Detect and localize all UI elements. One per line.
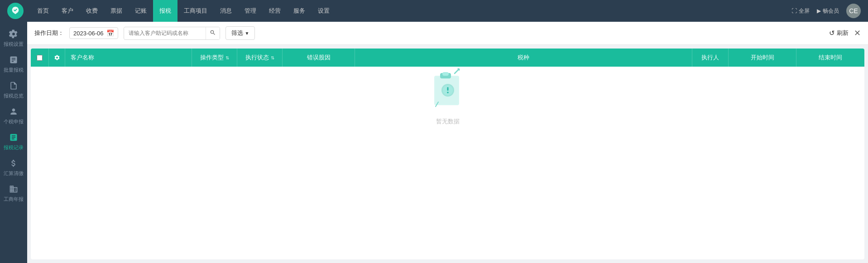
- nav-item-invoice[interactable]: 票据: [104, 0, 129, 22]
- nav-item-settings[interactable]: 设置: [312, 0, 336, 22]
- empty-text: 暂无数据: [436, 117, 460, 126]
- fullscreen-icon: ⛶: [791, 8, 797, 14]
- sidebar-item-personal-tax[interactable]: 个税申报: [0, 103, 27, 129]
- table-header: 客户名称 操作类型 ⇅ 执行状态 ⇅ 错误股因 税种 执行人: [31, 49, 864, 67]
- table-container: 客户名称 操作类型 ⇅ 执行状态 ⇅ 错误股因 税种 执行人: [31, 49, 864, 259]
- content-area: 操作日期： 2023-06-06 📅 筛选 ▼ ↺ 刷新 ✕: [27, 22, 868, 263]
- svg-rect-6: [447, 87, 448, 91]
- sidebar-label-tax-settings: 报税设置: [4, 41, 24, 48]
- personal-tax-icon: [9, 107, 19, 117]
- sidebar-label-settlement: 汇算清缴: [4, 170, 24, 177]
- sidebar-item-annual-report[interactable]: 工商年报: [0, 180, 27, 206]
- tax-settings-icon: [9, 29, 19, 39]
- main-layout: 报税设置 批量报税 报税总览 个税申报 报税记录: [0, 22, 868, 263]
- th-error: 错误股因: [283, 49, 355, 67]
- empty-state: 暂无数据: [31, 67, 864, 126]
- refresh-button[interactable]: ↺ 刷新: [829, 29, 849, 37]
- member-btn[interactable]: ▶ 畅会员: [817, 7, 839, 15]
- th-name: 客户名称: [65, 49, 192, 67]
- sidebar-label-personal-tax: 个税申报: [4, 118, 24, 125]
- date-value: 2023-06-06: [73, 30, 104, 37]
- optype-sort-icon: ⇅: [225, 55, 229, 60]
- tax-summary-icon: [9, 81, 19, 91]
- settlement-icon: [9, 158, 19, 168]
- nav-item-service[interactable]: 服务: [287, 0, 312, 22]
- sidebar-item-tax-record[interactable]: 报税记录: [0, 129, 27, 155]
- nav-right-area: ⛶ 全屏 ▶ 畅会员 CE: [791, 4, 861, 18]
- refresh-icon: ↺: [829, 29, 835, 37]
- table-body: 暂无数据: [31, 67, 864, 259]
- search-button[interactable]: [206, 27, 220, 39]
- toolbar: 操作日期： 2023-06-06 📅 筛选 ▼ ↺ 刷新 ✕: [27, 22, 868, 45]
- nav-item-industry[interactable]: 工商项目: [177, 0, 214, 22]
- th-executor: 执行人: [692, 49, 729, 67]
- sidebar-item-batch-tax[interactable]: 批量报税: [0, 51, 27, 77]
- filter-label: 筛选: [231, 29, 243, 37]
- refresh-label: 刷新: [837, 29, 849, 37]
- nav-items-list: 首页 客户 收费 票据 记账 报税 工商项目 消息 管理 经营 服务 设置: [31, 0, 791, 22]
- th-end: 结束时间: [796, 49, 864, 67]
- status-sort-icon: ⇅: [271, 55, 274, 60]
- sidebar-label-tax-summary: 报税总览: [4, 93, 24, 99]
- svg-point-7: [447, 92, 449, 93]
- video-icon: ▶: [817, 8, 821, 14]
- avatar-text: CE: [849, 7, 858, 15]
- close-button[interactable]: ✕: [854, 29, 861, 37]
- sidebar-item-settlement[interactable]: 汇算清缴: [0, 155, 27, 180]
- date-picker[interactable]: 2023-06-06 📅: [69, 27, 118, 39]
- search-box: [124, 27, 220, 40]
- select-all-checkbox[interactable]: [37, 55, 43, 61]
- nav-item-operation[interactable]: 经营: [263, 0, 287, 22]
- tax-record-icon: [9, 132, 19, 142]
- sidebar-label-annual-report: 工商年报: [4, 196, 24, 203]
- toolbar-right: ↺ 刷新 ✕: [829, 29, 861, 37]
- top-navigation: 首页 客户 收费 票据 记账 报税 工商项目 消息 管理 经营 服务 设置 ⛶ …: [0, 0, 868, 22]
- svg-rect-3: [442, 72, 449, 76]
- nav-item-billing[interactable]: 收费: [80, 0, 104, 22]
- fullscreen-btn[interactable]: ⛶ 全屏: [791, 7, 810, 15]
- th-status[interactable]: 执行状态 ⇅: [237, 49, 283, 67]
- sidebar: 报税设置 批量报税 报税总览 个税申报 报税记录: [0, 22, 27, 263]
- nav-item-tax[interactable]: 报税: [153, 0, 177, 22]
- sidebar-label-tax-record: 报税记录: [4, 144, 24, 151]
- nav-item-manage[interactable]: 管理: [238, 0, 263, 22]
- calendar-icon: 📅: [106, 29, 114, 37]
- nav-item-customer[interactable]: 客户: [55, 0, 80, 22]
- th-tax: 税种: [355, 49, 692, 67]
- annual-report-icon: [9, 184, 19, 194]
- th-gear[interactable]: [49, 49, 65, 67]
- nav-item-message[interactable]: 消息: [214, 0, 238, 22]
- sidebar-item-tax-summary[interactable]: 报税总览: [0, 77, 27, 103]
- nav-item-home[interactable]: 首页: [31, 0, 55, 22]
- member-label: 畅会员: [823, 7, 839, 15]
- search-input[interactable]: [124, 28, 206, 39]
- th-start: 开始时间: [729, 49, 796, 67]
- fullscreen-label: 全屏: [799, 7, 810, 15]
- nav-item-bookkeeping[interactable]: 记账: [129, 0, 153, 22]
- batch-tax-icon: [9, 55, 19, 65]
- empty-illustration: [427, 67, 468, 112]
- sidebar-item-tax-settings[interactable]: 报税设置: [0, 25, 27, 51]
- filter-button[interactable]: 筛选 ▼: [225, 26, 255, 40]
- th-optype[interactable]: 操作类型 ⇅: [192, 49, 237, 67]
- sidebar-label-batch-tax: 批量报税: [4, 67, 24, 73]
- chevron-down-icon: ▼: [245, 31, 249, 36]
- app-logo[interactable]: [7, 3, 24, 19]
- th-checkbox[interactable]: [31, 49, 49, 67]
- date-label: 操作日期：: [34, 29, 64, 37]
- user-avatar[interactable]: CE: [846, 4, 861, 18]
